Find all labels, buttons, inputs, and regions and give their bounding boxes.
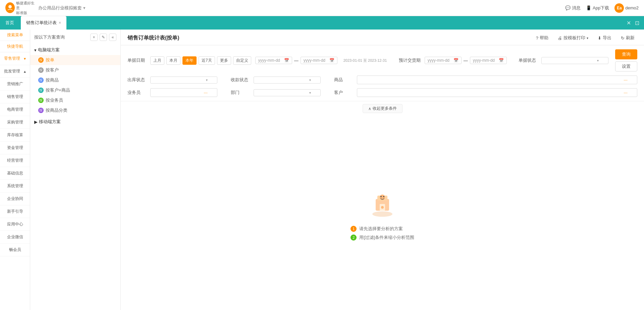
panel-add-btn[interactable]: +: [90, 34, 98, 41]
sidebar-item-retail[interactable]: 零售管理 ▾: [0, 52, 30, 65]
sidebar-item-purchase[interactable]: 采购管理: [0, 116, 30, 129]
collapse-btn[interactable]: ∧ 收起更多条件: [363, 104, 402, 113]
step-2-text: 用[过滤]条件来缩小分析范围: [359, 235, 414, 241]
delivery-status-select[interactable]: ▾: [150, 76, 217, 84]
exp-end-placeholder: yyyy-mm-dd: [473, 58, 495, 63]
setting-button[interactable]: 设置: [615, 61, 637, 71]
expected-start-input[interactable]: yyyy-mm-dd 📅: [425, 57, 462, 64]
customer-label: 客户: [334, 90, 353, 96]
breadcrumb: 办公用品行业模拟账套 ▾: [36, 5, 565, 11]
window-close-btn[interactable]: ✕: [625, 18, 633, 28]
tree-child-by-staff[interactable]: 按 按业务员: [30, 95, 120, 105]
product-ellipsis[interactable]: ···: [624, 77, 628, 83]
help-btn[interactable]: ? 帮助: [533, 34, 551, 42]
help-label: 帮助: [540, 35, 548, 41]
date-start-input[interactable]: yyyy-mm-dd 📅: [255, 57, 292, 64]
department-select[interactable]: ▾: [254, 89, 321, 96]
by-order-icon: 按: [38, 57, 44, 63]
query-button[interactable]: 查询: [615, 49, 637, 59]
sidebar-item-apps[interactable]: 应用中心: [0, 218, 30, 231]
panel-edit-btn[interactable]: ✎: [100, 34, 107, 41]
tree-mobile-section[interactable]: ▶ 移动端方案: [30, 117, 120, 127]
sidebar-item-system[interactable]: 系统管理: [0, 180, 30, 193]
user-menu[interactable]: Ea demo2: [614, 3, 639, 13]
date-btn-more[interactable]: 更多: [217, 56, 231, 65]
sidebar-item-basic[interactable]: 基础信息: [0, 167, 30, 180]
sidebar-item-operation[interactable]: 经营管理: [0, 154, 30, 167]
tree-pc-parent[interactable]: ▾ 电脑端方案: [30, 45, 120, 55]
date-btn-7days[interactable]: 近7天: [199, 56, 215, 65]
sidebar-item-wholesale[interactable]: 批发管理 ▴: [0, 65, 30, 78]
refresh-btn[interactable]: ↻ 刷新: [618, 34, 637, 42]
sidebar-item-finance[interactable]: 资金管理: [0, 142, 30, 154]
message-button[interactable]: 💬 消息: [565, 5, 581, 11]
date-end-input[interactable]: yyyy-mm-dd 📅: [301, 57, 337, 64]
sidebar-item-sales[interactable]: 销售管理: [0, 91, 30, 103]
by-product-icon: 按: [38, 78, 44, 83]
tree-child-by-customer[interactable]: 按 按客户: [30, 65, 120, 75]
staff-select[interactable]: ···: [150, 88, 217, 97]
exp-calendar-icon: 📅: [453, 58, 459, 63]
filter-row-3: 业务员 ··· 部门 ▾ 客户 ···: [127, 88, 637, 97]
sidebar-item-enterprise[interactable]: 企业协同: [0, 193, 30, 205]
sidebar-quick-nav[interactable]: 快捷导航: [0, 41, 30, 52]
tree-child-by-product[interactable]: 按 按商品: [30, 75, 120, 85]
customer-ellipsis[interactable]: ···: [624, 90, 628, 95]
delivery-status-label: 出库状态: [127, 77, 146, 83]
expected-delivery-label: 预计交货期: [399, 57, 421, 63]
print-icon: 🖨: [558, 36, 562, 41]
export-btn[interactable]: ⬇ 导出: [595, 34, 614, 42]
tab-close-icon[interactable]: ×: [59, 20, 61, 25]
collapse-label: 收起更多条件: [373, 106, 397, 111]
product-select[interactable]: ···: [357, 75, 637, 84]
left-panel: 按以下方案查询 + ✎ « ▾ 电脑端方案 按 按单 按 按客户: [30, 30, 121, 310]
tree-child-by-order[interactable]: 按 按单: [30, 55, 120, 65]
product-label: 商品: [334, 77, 353, 83]
payment-status-label: 收款状态: [231, 77, 250, 83]
date-btn-this-month[interactable]: 本月: [166, 56, 180, 65]
sidebar-item-ecommerce[interactable]: 电商管理: [0, 103, 30, 116]
tab-bar-right: ✕ ⊡: [625, 18, 644, 28]
expected-end-input[interactable]: yyyy-mm-dd 📅: [470, 57, 507, 64]
page-header: 销售订单统计表(按单) ? 帮助 🖨 按模板打印 ▾ ⬇ 导出: [121, 30, 644, 45]
date-btn-last-month[interactable]: 上月: [150, 56, 164, 65]
retail-arrow-icon: ▾: [24, 56, 26, 61]
breadcrumb-dropdown-icon[interactable]: ▾: [83, 5, 89, 11]
sidebar-search[interactable]: 搜索菜单: [0, 30, 30, 41]
payment-status-select[interactable]: ▾: [254, 76, 321, 84]
logo-area: 畅捷通好生意 标准版: [5, 1, 36, 15]
customer-select[interactable]: ···: [357, 88, 637, 97]
empty-step-2: 2 用[过滤]条件来缩小分析范围: [351, 235, 414, 241]
tab-active[interactable]: 销售订单统计表 ×: [21, 16, 66, 30]
doc-status-select[interactable]: ▾: [541, 57, 608, 64]
app-download-button[interactable]: 📱 App下载: [586, 5, 609, 11]
tree-child-by-cust-prod[interactable]: 按 按客户+商品: [30, 85, 120, 95]
step-1-num: 1: [351, 226, 357, 232]
sidebar-label-wholesale: 批发管理: [4, 68, 20, 74]
export-label: 导出: [603, 35, 611, 41]
date-start-placeholder: yyyy-mm-dd: [258, 58, 280, 63]
wholesale-arrow-icon: ▴: [24, 69, 26, 74]
exp-start-placeholder: yyyy-mm-dd: [428, 58, 449, 63]
department-label: 部门: [231, 90, 250, 96]
template-print-btn[interactable]: 🖨 按模板打印 ▾: [555, 34, 591, 42]
right-main: 销售订单统计表(按单) ? 帮助 🖨 按模板打印 ▾ ⬇ 导出: [121, 30, 644, 310]
tree-child-by-category[interactable]: 按 按商品分类: [30, 105, 120, 115]
tab-home[interactable]: 首页: [0, 16, 19, 30]
date-btn-this-year[interactable]: 本年: [182, 56, 197, 65]
sidebar-item-inventory[interactable]: 库存核算: [0, 129, 30, 142]
tree-pc-section: ▾ 电脑端方案 按 按单 按 按客户 按 按商品 按 按客户+商品: [30, 44, 120, 117]
date-btn-custom[interactable]: 自定义: [233, 56, 251, 65]
panel-title: 按以下方案查询: [34, 34, 65, 40]
sidebar-item-newbie[interactable]: 新手引导: [0, 205, 30, 218]
sidebar-item-member[interactable]: 畅会员: [0, 244, 30, 256]
sidebar-item-marketing[interactable]: 营销推广: [0, 78, 30, 91]
empty-state: 1 请先选择要分析的方案 2 用[过滤]条件来缩小分析范围: [121, 116, 644, 310]
exp-calendar-end-icon: 📅: [499, 58, 504, 63]
sidebar-item-wechat[interactable]: 企业微信: [0, 231, 30, 244]
print-caret-icon: ▾: [587, 36, 588, 40]
panel-collapse-btn[interactable]: «: [109, 34, 116, 41]
staff-ellipsis[interactable]: ···: [204, 90, 208, 95]
window-expand-btn[interactable]: ⊡: [633, 18, 641, 28]
filter-row-1: 单据日期 上月 本月 本年 近7天 更多 自定义 yyyy-mm-dd 📅: [127, 49, 637, 71]
